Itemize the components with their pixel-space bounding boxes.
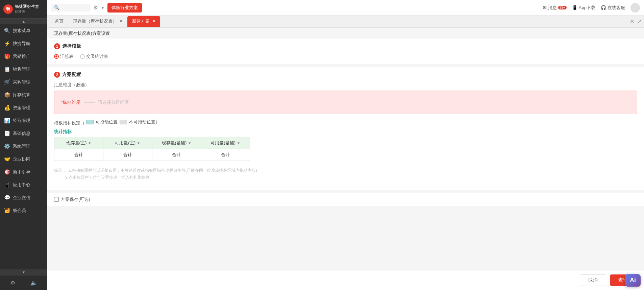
stats-body-row: 合计 合计 合计 合计 bbox=[54, 149, 250, 161]
cancel-button[interactable]: 取消 bbox=[580, 274, 606, 286]
sidebar-item-finance[interactable]: 💰 资金管理 bbox=[0, 101, 47, 114]
stats-header-row: 现存量(主) ▼ 可用量(主) ▼ 现存量(基辅) ▼ 可用量(基辅) ▼ bbox=[54, 137, 250, 149]
stats-col-1-label: 现存量(主) bbox=[66, 140, 87, 146]
guide-icon: 🎯 bbox=[4, 169, 10, 175]
gear-icon[interactable]: ⚙ bbox=[93, 4, 98, 11]
tab-inventory-close-icon[interactable]: ✕ bbox=[120, 19, 123, 23]
sidebar-scroll-up[interactable]: ▲ bbox=[0, 19, 47, 24]
fixed-legend-label: 不可拖动位置） bbox=[129, 119, 160, 125]
tab-home[interactable]: 首页 bbox=[50, 16, 68, 27]
tip-2: 2.点击标题栏下拉可设置排序、插入列和删除列 bbox=[54, 175, 637, 180]
step2-card: 2 方案配置 汇总维度（必选） *纵向维度 —— 请选择分组维度 模板指标设定（… bbox=[47, 67, 644, 190]
step2-badge: 2 bbox=[54, 72, 60, 78]
membership-icon: 👑 bbox=[4, 208, 10, 214]
sidebar-item-guide[interactable]: 🎯 新手引导 bbox=[0, 166, 47, 178]
ai-badge[interactable]: Ai bbox=[625, 274, 641, 287]
stats-col-2-header[interactable]: 可用量(主) ▼ bbox=[103, 137, 152, 149]
tabs-right: ✕ ⤢ bbox=[630, 18, 641, 25]
logo-icon: 畅 bbox=[3, 4, 13, 14]
sidebar-item-label: 销售管理 bbox=[13, 66, 30, 72]
system-icon: ⚙️ bbox=[4, 143, 10, 149]
tab-home-label: 首页 bbox=[55, 18, 64, 24]
dim-placeholder: 请选择分组维度 bbox=[98, 99, 129, 105]
draggable-legend-label: 可拖动位置 bbox=[96, 119, 118, 125]
sidebar-item-operations[interactable]: 📊 经营管理 bbox=[0, 114, 47, 127]
settings-bottom-icon[interactable]: ⚙ bbox=[9, 278, 17, 287]
col-4-dropdown-icon[interactable]: ▼ bbox=[237, 141, 240, 145]
sidebar-item-purchase[interactable]: 🛒 采购管理 bbox=[0, 76, 47, 89]
messages-button[interactable]: ✉ 消息 99+ bbox=[543, 5, 567, 11]
marketing-icon: 🎁 bbox=[4, 53, 10, 59]
step1-card: 1 选择模板 汇总表 交叉统计表 bbox=[47, 39, 644, 64]
col-3-dropdown-icon[interactable]: ▼ bbox=[188, 141, 191, 145]
tab-new-scheme[interactable]: 新建方案 ✕ bbox=[127, 16, 160, 27]
sidebar-item-basic[interactable]: 📑 基础信息 bbox=[0, 127, 47, 140]
page-title: 现存量(库存状况表)方案设置 bbox=[47, 28, 644, 39]
sidebar-item-membership[interactable]: 👑 畅会员 bbox=[0, 204, 47, 217]
sidebar-item-marketing[interactable]: 🎁 营销推广 bbox=[0, 50, 47, 63]
wechat-icon: 💬 bbox=[4, 195, 10, 201]
stats-col-2-body: 合计 bbox=[103, 149, 152, 161]
stats-col-3-body: 合计 bbox=[152, 149, 201, 161]
template-label: 模板指标设定（ 可拖动位置 不可拖动位置） bbox=[54, 119, 637, 126]
sidebar-item-label: 经营管理 bbox=[13, 118, 30, 124]
content-area: 现存量(库存状况表)方案设置 1 选择模板 汇总表 交叉统计表 2 bbox=[47, 28, 644, 270]
tab-close-all-icon[interactable]: ✕ bbox=[630, 18, 634, 25]
dropdown-arrow-icon[interactable]: ▼ bbox=[101, 5, 105, 10]
topbar: 🔍 ⚙ ▼ 体验行业方案 ✉ 消息 99+ 📱 App下载 🎧 在线客服 bbox=[47, 0, 644, 16]
sidebar-item-inventory[interactable]: 📦 库存核算 bbox=[0, 89, 47, 101]
topbar-right: ✉ 消息 99+ 📱 App下载 🎧 在线客服 bbox=[543, 3, 640, 13]
radio-cross-dot bbox=[80, 54, 85, 59]
app-download-button[interactable]: 📱 App下载 bbox=[572, 5, 595, 11]
sidebar-item-quick-nav[interactable]: ⚡ 快捷导航 bbox=[0, 37, 47, 50]
dimension-label: 汇总维度（必选） bbox=[54, 82, 637, 88]
sidebar-item-system[interactable]: ⚙️ 系统管理 bbox=[0, 140, 47, 153]
stats-col-3-label: 现存量(基辅) bbox=[162, 140, 187, 146]
trial-button[interactable]: 体验行业方案 bbox=[107, 3, 142, 13]
col-1-dropdown-icon[interactable]: ▼ bbox=[88, 141, 91, 145]
tab-new-scheme-label: 新建方案 bbox=[132, 18, 150, 24]
template-radio-group: 汇总表 交叉统计表 bbox=[54, 53, 637, 59]
search-icon: 🔍 bbox=[54, 5, 59, 10]
sidebar-item-appstore[interactable]: 📱 应用中心 bbox=[0, 178, 47, 191]
search-input[interactable] bbox=[61, 5, 88, 10]
operations-icon: 📊 bbox=[4, 118, 10, 124]
sidebar-item-wechat[interactable]: 💬 企业微信 bbox=[0, 191, 47, 204]
sales-icon: 📋 bbox=[4, 66, 10, 72]
save-label: 方案保存(可选) bbox=[61, 196, 90, 202]
tab-inventory-status[interactable]: 现存量（库存状况表） ✕ bbox=[68, 16, 127, 27]
save-checkbox[interactable] bbox=[54, 197, 59, 202]
volume-icon[interactable]: 🔈 bbox=[29, 278, 39, 287]
stats-col-4-header[interactable]: 可用量(基辅) ▼ bbox=[201, 137, 250, 149]
tabs-bar: 首页 现存量（库存状况表） ✕ 新建方案 ✕ ✕ ⤢ bbox=[47, 16, 644, 28]
sidebar-item-search[interactable]: 🔍 搜索菜单 bbox=[0, 24, 47, 37]
sidebar-bottom: ⚙ 🔈 bbox=[0, 275, 47, 290]
footer-bar: 取消 查询 bbox=[47, 270, 644, 290]
sidebar-item-enterprise[interactable]: 🤝 企业协同 bbox=[0, 153, 47, 166]
col-2-dropdown-icon[interactable]: ▼ bbox=[137, 141, 140, 145]
radio-summary[interactable]: 汇总表 bbox=[54, 53, 73, 59]
sidebar-logo: 畅 畅捷通好生意 标准版 bbox=[0, 0, 47, 19]
sidebar-item-label: 搜索菜单 bbox=[13, 28, 30, 34]
sidebar-item-label: 企业协同 bbox=[13, 156, 30, 162]
radio-cross[interactable]: 交叉统计表 bbox=[80, 53, 108, 59]
stats-col-4-body: 合计 bbox=[201, 149, 250, 161]
message-icon: ✉ bbox=[543, 5, 547, 10]
tab-expand-icon[interactable]: ⤢ bbox=[637, 18, 641, 25]
stats-table: 现存量(主) ▼ 可用量(主) ▼ 现存量(基辅) ▼ 可用量(基辅) ▼ bbox=[54, 137, 250, 161]
stats-col-3-header[interactable]: 现存量(基辅) ▼ bbox=[152, 137, 201, 149]
user-avatar[interactable] bbox=[630, 3, 640, 13]
sidebar-item-sales[interactable]: 📋 销售管理 bbox=[0, 63, 47, 76]
tip-1: 提示： 1.拖动标题栏可以调整布局，不可跨维度或指标区域拖动栏目字段(只能在同一… bbox=[54, 168, 637, 173]
legend-group: 可拖动位置 不可拖动位置） bbox=[86, 119, 160, 125]
online-service-button[interactable]: 🎧 在线客服 bbox=[601, 5, 625, 11]
sidebar-item-label: 快捷导航 bbox=[13, 41, 30, 47]
search-nav-icon: 🔍 bbox=[4, 28, 10, 34]
tab-new-scheme-close-icon[interactable]: ✕ bbox=[152, 19, 155, 23]
stats-col-1-header[interactable]: 现存量(主) ▼ bbox=[54, 137, 103, 149]
dimension-zone[interactable]: *纵向维度 —— 请选择分组维度 bbox=[54, 91, 637, 114]
save-row: 方案保存(可选) bbox=[47, 193, 644, 206]
radio-summary-dot bbox=[54, 54, 59, 59]
sidebar-scroll-down[interactable]: ▼ bbox=[0, 269, 47, 275]
sidebar-nav: 🔍 搜索菜单 ⚡ 快捷导航 🎁 营销推广 📋 销售管理 🛒 采购管理 📦 库存核… bbox=[0, 24, 47, 269]
